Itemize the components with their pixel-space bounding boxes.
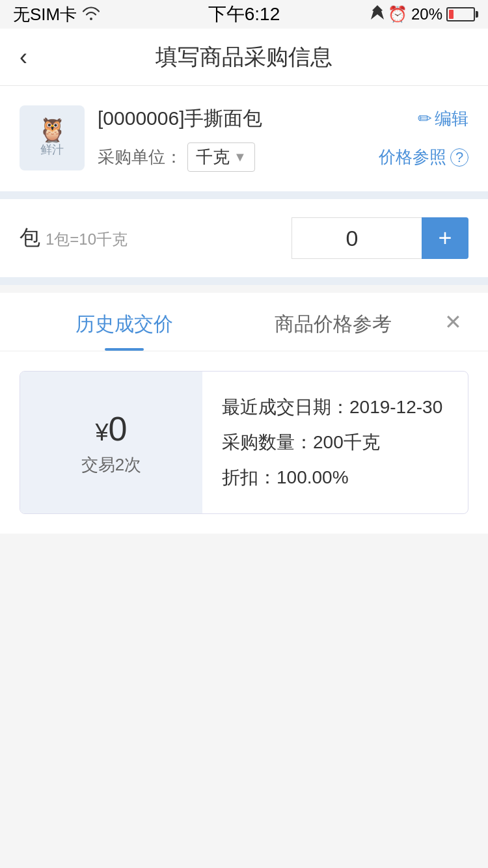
plus-icon: +: [438, 224, 452, 252]
product-logo-label: 鲜汁: [40, 142, 64, 157]
product-header: [0000006]手撕面包 ✏ 编辑: [98, 105, 468, 132]
nav-bar: ‹ 填写商品采购信息: [0, 29, 488, 86]
question-icon: ?: [450, 148, 468, 167]
tab-product-price-ref[interactable]: 商品价格参考: [229, 293, 439, 351]
product-logo-icon: 🦉: [38, 118, 67, 142]
product-info: [0000006]手撕面包 ✏ 编辑 采购单位： 千克 ▼ 价格参照 ?: [98, 105, 468, 172]
price-reference-button[interactable]: 价格参照 ?: [379, 146, 468, 169]
status-left: 无SIM卡: [13, 3, 100, 26]
history-price-value: ¥0: [96, 409, 128, 448]
qty-detail-label: 采购数量：: [222, 432, 313, 452]
quantity-plus-button[interactable]: +: [422, 217, 468, 259]
status-time: 下午6:12: [208, 2, 280, 27]
battery-pct: 20%: [411, 5, 442, 23]
discount-row: 折扣：100.00%: [222, 465, 448, 490]
price-number: 0: [109, 410, 128, 448]
unit-label-text: 采购单位：: [98, 146, 182, 169]
quantity-row: 包 1包=10千克 +: [0, 199, 488, 277]
edit-label: 编辑: [435, 107, 468, 130]
no-sim-text: 无SIM卡: [13, 3, 77, 26]
tab-product-price-label: 商品价格参考: [275, 313, 392, 334]
quantity-unit: 包: [20, 224, 40, 252]
back-button[interactable]: ‹: [20, 44, 59, 71]
discount-label: 折扣：: [222, 467, 277, 487]
status-right: ⏰ 20%: [371, 5, 475, 23]
history-card: ¥0 交易2次 最近成交日期：2019-12-30 采购数量：200千克 折扣：…: [20, 371, 468, 514]
history-price-panel: ¥0 交易2次: [20, 372, 202, 513]
section-divider: [0, 191, 488, 199]
tab-history-label: 历史成交价: [75, 313, 173, 334]
quantity-conversion: 1包=10千克: [46, 229, 128, 250]
latest-date-value: 2019-12-30: [349, 397, 442, 417]
tab-close-button[interactable]: ✕: [438, 303, 468, 341]
purchase-qty-row: 采购数量：200千克: [222, 430, 448, 455]
alarm-icon: ⏰: [388, 5, 407, 23]
yen-symbol: ¥: [96, 419, 109, 446]
unit-dropdown-icon: ▼: [234, 150, 247, 165]
battery-icon: [446, 7, 475, 21]
latest-date-label: 最近成交日期：: [222, 397, 349, 417]
price-ref-label: 价格参照: [379, 146, 446, 169]
edit-button[interactable]: ✏ 编辑: [418, 107, 468, 130]
location-icon: [371, 5, 384, 23]
product-card: 🦉 鲜汁 [0000006]手撕面包 ✏ 编辑 采购单位： 千克 ▼ 价格参照 …: [0, 86, 488, 191]
edit-icon: ✏: [418, 109, 432, 129]
unit-value: 千克: [196, 146, 230, 169]
unit-select[interactable]: 千克 ▼: [187, 142, 255, 172]
quantity-input-group: +: [291, 217, 468, 259]
discount-value: 100.00%: [277, 467, 349, 487]
history-content: ¥0 交易2次 最近成交日期：2019-12-30 采购数量：200千克 折扣：…: [0, 351, 488, 534]
latest-date-row: 最近成交日期：2019-12-30: [222, 395, 448, 420]
tab-history-price[interactable]: 历史成交价: [20, 293, 229, 351]
product-image: 🦉 鲜汁: [20, 105, 85, 170]
history-details-panel: 最近成交日期：2019-12-30 采购数量：200千克 折扣：100.00%: [202, 372, 468, 513]
main-content-area: [0, 534, 488, 868]
product-unit-row: 采购单位： 千克 ▼ 价格参照 ?: [98, 142, 468, 172]
quantity-divider: [0, 277, 488, 285]
tabs-header: 历史成交价 商品价格参考 ✕: [0, 293, 488, 351]
product-name: [0000006]手撕面包: [98, 105, 262, 132]
wifi-icon: [82, 5, 100, 25]
status-bar: 无SIM卡 下午6:12 ⏰ 20%: [0, 0, 488, 29]
tabs-panel: 历史成交价 商品价格参考 ✕ ¥0 交易2次 最近成交日期：2019-12-30…: [0, 293, 488, 534]
quantity-input[interactable]: [291, 217, 422, 259]
history-trades-count: 交易2次: [81, 454, 141, 476]
qty-detail-value: 200千克: [313, 432, 380, 452]
page-title: 填写商品采购信息: [59, 42, 429, 72]
quantity-label: 包 1包=10千克: [20, 224, 128, 252]
